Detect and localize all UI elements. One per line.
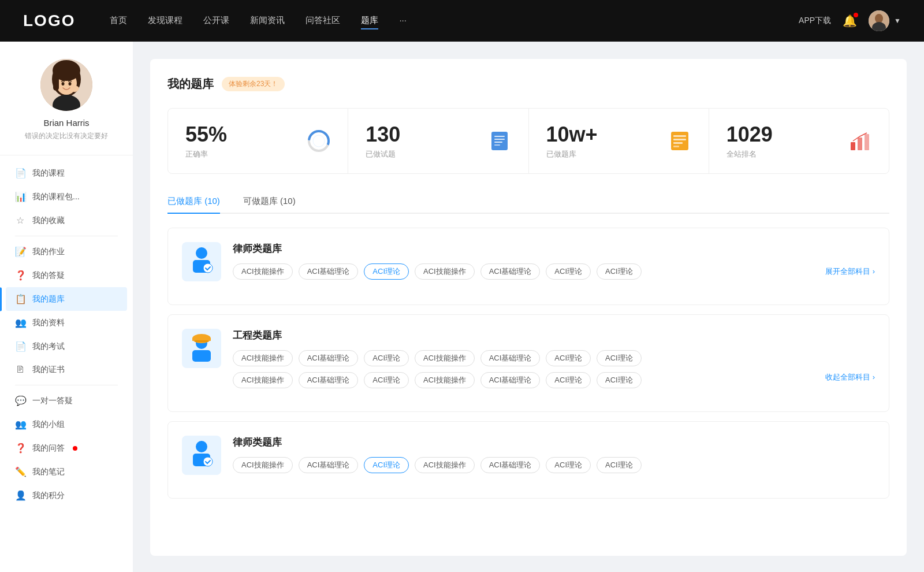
nav-news[interactable]: 新闻资讯 <box>250 13 285 29</box>
qa-icon: ❓ <box>15 270 25 281</box>
points-icon: 👤 <box>15 490 25 501</box>
bank-tag[interactable]: ACI技能操作 <box>233 350 293 366</box>
bank-tag-active[interactable]: ACI理论 <box>364 263 409 280</box>
sidebar-item-my-exam[interactable]: 📄 我的考试 <box>6 335 127 358</box>
sidebar-item-my-bank[interactable]: 📋 我的题库 <box>6 287 127 311</box>
bank-tag[interactable]: ACI基础理论 <box>299 350 359 366</box>
tab-available[interactable]: 可做题库 (10) <box>243 190 296 213</box>
sidebar-item-my-course[interactable]: 📄 我的课程 <box>6 161 127 185</box>
nav-open-course[interactable]: 公开课 <box>203 13 229 29</box>
one-on-one-icon: 💬 <box>15 395 25 406</box>
bank-tag[interactable]: ACI理论 <box>597 263 642 280</box>
collapse-link-2[interactable]: 收起全部科目 › <box>825 372 875 388</box>
sidebar-item-my-question[interactable]: ❓ 我的问答 <box>6 436 127 460</box>
stats-row: 55% 正确率 130 已做试题 <box>167 108 889 174</box>
stat-done-banks: 10w+ 已做题库 <box>529 109 709 173</box>
bank-info-1: 律师类题库 ACI技能操作 ACI基础理论 ACI理论 ACI技能操作 ACI基… <box>233 242 875 280</box>
bar-chart-icon <box>848 129 871 153</box>
stat-correct-rate-text: 55% 正确率 <box>185 122 227 159</box>
bank-tag[interactable]: ACI技能操作 <box>415 457 475 473</box>
sidebar-item-my-favorites[interactable]: ☆ 我的收藏 <box>6 209 127 232</box>
sidebar-item-my-cert[interactable]: 🖹 我的证书 <box>6 358 127 381</box>
bank-tag[interactable]: ACI理论 <box>546 457 591 473</box>
bank-tag[interactable]: ACI基础理论 <box>299 263 359 280</box>
bank-tag[interactable]: ACI技能操作 <box>415 263 475 280</box>
content-panel: 我的题库 体验剩余23天！ 55% 正确率 <box>150 59 907 556</box>
bank-tag[interactable]: ACI基础理论 <box>480 350 541 366</box>
doc-icon <box>488 129 511 153</box>
sidebar-label-my-notes: 我的笔记 <box>32 467 65 477</box>
bank-card-engineer: 工程类题库 ACI技能操作 ACI基础理论 ACI理论 ACI技能操作 ACI基… <box>167 314 889 412</box>
sidebar-item-my-qa[interactable]: ❓ 我的答疑 <box>6 263 127 287</box>
expand-link-1[interactable]: 展开全部科目 › <box>825 266 875 277</box>
bank-tag[interactable]: ACI理论 <box>546 263 591 280</box>
notification-dot <box>854 13 858 17</box>
sidebar-item-my-package[interactable]: 📊 我的课程包... <box>6 185 127 209</box>
bank-tag[interactable]: ACI技能操作 <box>415 350 475 366</box>
stat-correct-rate-label: 正确率 <box>185 149 227 159</box>
bank-tag[interactable]: ACI理论 <box>597 457 642 473</box>
sidebar-item-one-on-one[interactable]: 💬 一对一答疑 <box>6 389 127 413</box>
bank-tag[interactable]: ACI理论 <box>364 350 409 366</box>
main-layout: Brian Harris 错误的决定比没有决定要好 📄 我的课程 📊 我的课程包… <box>0 42 924 572</box>
bank-icon-lawyer-2 <box>182 436 221 475</box>
app-download[interactable]: APP下载 <box>799 16 831 26</box>
bank-name-3: 律师类题库 <box>233 436 875 449</box>
sidebar-label-my-cert: 我的证书 <box>32 365 65 375</box>
svg-point-38 <box>203 457 213 466</box>
bank-tag[interactable]: ACI技能操作 <box>233 457 293 473</box>
bank-tag[interactable]: ACI理论 <box>597 350 642 366</box>
trial-badge: 体验剩余23天！ <box>222 77 285 91</box>
bank-tag[interactable]: ACI理论 <box>597 372 642 388</box>
bank-tag[interactable]: ACI基础理论 <box>480 263 541 280</box>
page-title: 我的题库 <box>167 76 214 92</box>
stat-site-rank: 1029 全站排名 <box>709 109 889 173</box>
svg-point-14 <box>313 135 325 147</box>
nav-qa[interactable]: 问答社区 <box>305 13 340 29</box>
svg-rect-19 <box>494 144 500 146</box>
svg-rect-22 <box>673 139 686 140</box>
bank-tag[interactable]: ACI理论 <box>364 372 409 388</box>
nav-discover[interactable]: 发现课程 <box>148 13 182 29</box>
bank-info-2: 工程类题库 ACI技能操作 ACI基础理论 ACI理论 ACI技能操作 ACI基… <box>233 329 875 388</box>
bank-tag-active-3[interactable]: ACI理论 <box>364 457 409 473</box>
cert-icon: 🖹 <box>15 365 25 375</box>
user-avatar-menu[interactable]: ▼ <box>869 10 901 31</box>
sidebar-label-my-question: 我的问答 <box>32 443 65 454</box>
sidebar-item-my-group[interactable]: 👥 我的小组 <box>6 413 127 436</box>
bank-tag[interactable]: ACI技能操作 <box>233 372 293 388</box>
bank-tags-1: ACI技能操作 ACI基础理论 ACI理论 ACI技能操作 ACI基础理论 AC… <box>233 263 875 280</box>
bank-tag[interactable]: ACI基础理论 <box>299 457 359 473</box>
profile-section: Brian Harris 错误的决定比没有决定要好 <box>0 59 133 155</box>
tab-done[interactable]: 已做题库 (10) <box>167 190 220 213</box>
bank-tag[interactable]: ACI基础理论 <box>299 372 359 388</box>
svg-point-28 <box>196 247 207 259</box>
nav-home[interactable]: 首页 <box>110 13 127 29</box>
svg-rect-18 <box>494 142 502 143</box>
sidebar-item-my-points[interactable]: 👤 我的积分 <box>6 484 127 507</box>
nav-right: APP下载 🔔 ▼ <box>799 10 901 31</box>
sidebar-item-my-notes[interactable]: ✏️ 我的笔记 <box>6 460 127 484</box>
sidebar-item-my-data[interactable]: 👥 我的资料 <box>6 311 127 335</box>
notification-bell[interactable]: 🔔 <box>843 14 857 28</box>
nav-more[interactable]: ··· <box>399 13 407 29</box>
bank-tag[interactable]: ACI理论 <box>546 350 591 366</box>
bank-tags-row2-2: ACI技能操作 ACI基础理论 ACI理论 ACI技能操作 ACI基础理论 AC… <box>233 372 875 388</box>
bank-tag[interactable]: ACI技能操作 <box>415 372 475 388</box>
sidebar-item-my-homework[interactable]: 📝 我的作业 <box>6 240 127 263</box>
sidebar-label-my-group: 我的小组 <box>32 419 65 430</box>
bank-card-header-3: 律师类题库 ACI技能操作 ACI基础理论 ACI理论 ACI技能操作 ACI基… <box>182 436 875 475</box>
bank-tag[interactable]: ACI技能操作 <box>233 263 293 280</box>
nav-bank[interactable]: 题库 <box>361 13 378 29</box>
bank-tag[interactable]: ACI理论 <box>546 372 591 388</box>
stat-done-questions-label: 已做试题 <box>366 149 400 159</box>
svg-rect-7 <box>53 70 59 91</box>
svg-point-1 <box>875 14 883 23</box>
bank-tag[interactable]: ACI基础理论 <box>480 372 541 388</box>
svg-rect-25 <box>851 142 855 150</box>
pie-chart-icon <box>307 129 330 153</box>
svg-point-30 <box>203 263 213 273</box>
bank-name-2: 工程类题库 <box>233 329 875 342</box>
bank-tag[interactable]: ACI基础理论 <box>480 457 541 473</box>
svg-rect-16 <box>494 136 505 137</box>
